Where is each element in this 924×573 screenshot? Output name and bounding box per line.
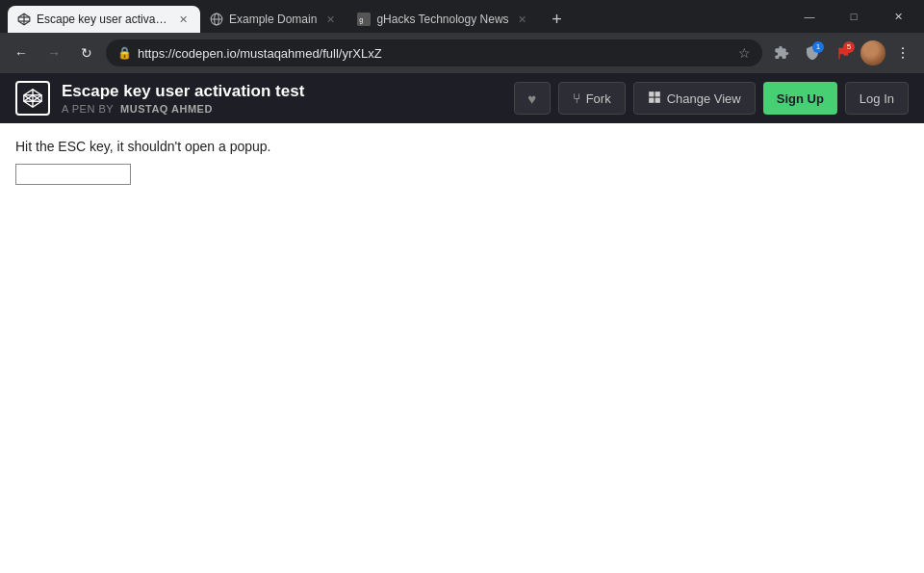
toolbar-icons: 1 5 [768, 39, 916, 66]
change-view-button[interactable]: Change View [633, 82, 756, 115]
tab-example-label: Example Domain [229, 13, 317, 26]
globe-tab-icon [210, 13, 223, 26]
svg-rect-22 [649, 97, 654, 102]
bookmark-icon[interactable]: ☆ [738, 45, 751, 61]
tab-escape-key[interactable]: Escape key user activation test ✕ [8, 6, 200, 33]
svg-text:g: g [360, 16, 364, 24]
menu-button[interactable] [889, 39, 916, 66]
titlebar: Escape key user activation test ✕ Exampl… [0, 0, 924, 33]
shield-badge: 1 [812, 41, 824, 53]
refresh-button[interactable]: ↻ [73, 39, 100, 66]
close-button[interactable]: ✕ [876, 0, 920, 33]
svg-rect-21 [654, 91, 659, 96]
svg-point-11 [902, 57, 904, 59]
tab-ghacks-close[interactable]: ✕ [515, 12, 530, 27]
heart-button[interactable]: ♥ [514, 82, 551, 115]
login-button[interactable]: Log In [845, 82, 909, 115]
tab-example-domain[interactable]: Example Domain ✕ [200, 6, 347, 33]
pen-title-area: Escape key user activation test A PEN BY… [62, 82, 502, 115]
content-area: Hit the ESC key, it shouldn't open a pop… [0, 123, 924, 200]
tab-escape-close[interactable]: ✕ [175, 12, 191, 27]
codepen-actions: ♥ ⑂ Fork Change View Sign Up Log In [514, 82, 909, 115]
new-tab-button[interactable]: + [544, 6, 571, 33]
address-bar[interactable]: 🔒 https://codepen.io/mustaqahmed/full/yr… [106, 39, 762, 66]
fork-button[interactable]: ⑂ Fork [558, 82, 626, 115]
forward-button[interactable]: → [40, 39, 67, 66]
maximize-button[interactable]: □ [832, 0, 876, 33]
pen-subtitle: A PEN BY Mustaq Ahmed [62, 103, 502, 115]
signup-button[interactable]: Sign Up [763, 82, 837, 115]
extensions-icon[interactable] [768, 39, 795, 66]
codepen-logo[interactable] [15, 81, 50, 116]
codepen-tab-icon [17, 13, 31, 26]
svg-point-10 [902, 52, 904, 54]
esc-test-input[interactable] [15, 164, 131, 185]
tab-escape-label: Escape key user activation test [37, 13, 169, 26]
ghacks-tab-icon: g [357, 13, 371, 26]
back-button[interactable]: ← [8, 39, 35, 66]
tab-ghacks[interactable]: g gHacks Technology News ✕ [347, 6, 539, 33]
shield-icon[interactable]: 1 [799, 39, 826, 66]
url-text: https://codepen.io/mustaqahmed/full/yrXL… [138, 46, 732, 61]
svg-rect-23 [654, 97, 659, 102]
heart-icon: ♥ [527, 91, 536, 107]
svg-rect-20 [649, 91, 654, 96]
flag-icon[interactable]: 5 [830, 39, 857, 66]
profile-avatar[interactable] [860, 40, 886, 65]
minimize-button[interactable]: — [787, 0, 832, 33]
addressbar: ← → ↻ 🔒 https://codepen.io/mustaqahmed/f… [0, 33, 924, 73]
codepen-header: Escape key user activation test A PEN BY… [0, 73, 924, 123]
pen-author[interactable]: Mustaq Ahmed [120, 103, 213, 115]
svg-point-9 [902, 47, 904, 49]
tab-ghacks-label: gHacks Technology News [376, 13, 508, 26]
changeview-icon [648, 91, 661, 107]
instruction-text: Hit the ESC key, it shouldn't open a pop… [15, 139, 909, 154]
fork-icon: ⑂ [573, 91, 580, 106]
tab-example-close[interactable]: ✕ [322, 12, 338, 27]
lock-icon: 🔒 [117, 46, 132, 60]
pen-title: Escape key user activation test [62, 82, 502, 101]
window-controls: — □ ✕ [787, 0, 924, 33]
tabs-area: Escape key user activation test ✕ Exampl… [0, 0, 787, 33]
flag-badge: 5 [843, 41, 855, 53]
